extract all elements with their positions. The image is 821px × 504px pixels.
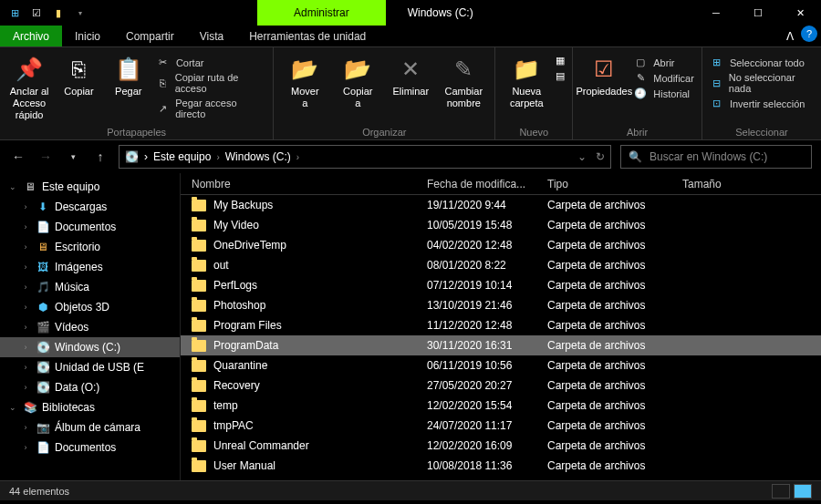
- properties-button[interactable]: ☑Propiedades: [580, 51, 628, 98]
- chevron-icon[interactable]: ›: [20, 303, 31, 312]
- col-size[interactable]: Tamaño: [682, 178, 821, 190]
- copy-button[interactable]: ⎘Copiar: [57, 51, 100, 98]
- chevron-icon[interactable]: ⌄: [7, 403, 18, 412]
- paste-shortcut-button[interactable]: ↗Pegar acceso directo: [156, 98, 265, 119]
- tree-icon: ⬢: [35, 301, 51, 314]
- table-row[interactable]: Unreal Commander12/02/2020 16:09Carpeta …: [181, 436, 821, 456]
- chevron-icon[interactable]: ›: [20, 222, 31, 231]
- invert-selection-button[interactable]: ⊡Invertir selección: [710, 98, 814, 109]
- table-row[interactable]: Recovery27/05/2020 20:27Carpeta de archi…: [181, 375, 821, 396]
- rename-button[interactable]: ✎Cambiar nombre: [440, 51, 487, 109]
- newitem-icon[interactable]: ▦: [556, 55, 565, 67]
- sidebar-item[interactable]: ›💽Data (O:): [0, 377, 180, 397]
- help-icon[interactable]: ?: [801, 26, 817, 42]
- chevron-icon[interactable]: ›: [20, 262, 31, 272]
- chevron-icon[interactable]: ⌄: [7, 182, 18, 191]
- sidebar-item[interactable]: ›🎵Música: [0, 277, 180, 297]
- close-button[interactable]: ✕: [779, 0, 821, 26]
- qat-dropdown-icon[interactable]: ▾: [73, 5, 88, 20]
- chevron-icon[interactable]: ›: [20, 202, 31, 211]
- chevron-icon[interactable]: ›: [20, 363, 31, 372]
- sidebar-item-label: Este equipo: [42, 180, 99, 193]
- chevron-icon[interactable]: ›: [20, 343, 31, 352]
- sidebar-item[interactable]: ›🎬Vídeos: [0, 317, 180, 337]
- folder-icon: [192, 400, 206, 412]
- table-row[interactable]: ProgramData30/11/2020 16:31Carpeta de ar…: [181, 335, 821, 355]
- navigation-pane[interactable]: ⌄🖥Este equipo›⬇Descargas›📄Documentos›🖥Es…: [0, 173, 181, 480]
- table-row[interactable]: Quarantine06/11/2019 10:56Carpeta de arc…: [181, 355, 821, 375]
- table-row[interactable]: Program Files11/12/2020 12:48Carpeta de …: [181, 315, 821, 335]
- sidebar-item[interactable]: ›💽Windows (C:): [0, 337, 180, 357]
- table-row[interactable]: My Video10/05/2019 15:48Carpeta de archi…: [181, 215, 821, 235]
- sidebar-item[interactable]: ›🖥Escritorio: [0, 237, 180, 257]
- pin-button[interactable]: 📌Anclar al Acceso rápido: [7, 51, 51, 122]
- new-folder-button[interactable]: 📁Nueva carpeta: [503, 51, 550, 109]
- easyaccess-icon[interactable]: ▤: [556, 70, 565, 82]
- forward-button[interactable]: →: [36, 149, 55, 164]
- tab-vista[interactable]: Vista: [187, 26, 236, 46]
- view-thumbs-icon[interactable]: [794, 484, 812, 499]
- sidebar-item[interactable]: ›📄Documentos: [0, 217, 180, 237]
- sidebar-item[interactable]: ›🖼Imágenes: [0, 257, 180, 277]
- copy-path-button[interactable]: ⎘Copiar ruta de acceso: [156, 72, 265, 94]
- view-details-icon[interactable]: [772, 484, 790, 499]
- chevron-icon[interactable]: ›: [20, 423, 31, 432]
- sidebar-item[interactable]: ›📄Documentos: [0, 437, 180, 458]
- sidebar-item[interactable]: ›⬢Objetos 3D: [0, 297, 180, 317]
- chevron-right-icon[interactable]: ›: [144, 150, 148, 163]
- select-none-button[interactable]: ⊟No seleccionar nada: [710, 72, 814, 94]
- chevron-icon[interactable]: ›: [20, 383, 31, 392]
- table-row[interactable]: temp12/02/2020 15:54Carpeta de archivos: [181, 396, 821, 416]
- cut-button[interactable]: ✂Cortar: [156, 57, 265, 68]
- table-row[interactable]: User Manual10/08/2018 11:36Carpeta de ar…: [181, 456, 821, 476]
- qat-folder-icon[interactable]: ▮: [51, 5, 66, 20]
- select-all-button[interactable]: ⊞Seleccionar todo: [710, 57, 814, 68]
- table-row[interactable]: out08/01/2020 8:22Carpeta de archivos: [181, 255, 821, 275]
- sidebar-item[interactable]: ⌄📚Bibliotecas: [0, 397, 180, 417]
- sidebar-item[interactable]: ›📷Álbum de cámara: [0, 417, 180, 437]
- col-type[interactable]: Tipo: [547, 178, 682, 190]
- app-icon[interactable]: ⊞: [7, 5, 22, 20]
- chevron-icon[interactable]: ›: [20, 323, 31, 332]
- copy-to-button[interactable]: 📂Copiar a: [334, 51, 381, 109]
- crumb-windows-c[interactable]: Windows (C:)›: [225, 150, 299, 163]
- chevron-icon[interactable]: ›: [20, 242, 31, 252]
- address-bar[interactable]: 💽 › Este equipo› Windows (C:)› ⌄ ↻: [119, 145, 611, 169]
- recent-dropdown[interactable]: ▾: [64, 152, 82, 161]
- manage-tab[interactable]: Administrar: [257, 0, 386, 26]
- file-date: 12/02/2020 15:54: [427, 399, 547, 412]
- tab-archivo[interactable]: Archivo: [0, 26, 62, 46]
- table-row[interactable]: OneDriveTemp04/02/2020 12:48Carpeta de a…: [181, 235, 821, 255]
- chevron-icon[interactable]: ›: [20, 443, 31, 452]
- table-row[interactable]: Photoshop13/10/2019 21:46Carpeta de arch…: [181, 295, 821, 315]
- qat-props-icon[interactable]: ☑: [29, 5, 44, 20]
- maximize-button[interactable]: ☐: [737, 0, 779, 26]
- delete-button[interactable]: ✕Eliminar: [387, 51, 434, 98]
- table-row[interactable]: My Backups19/11/2020 9:44Carpeta de arch…: [181, 195, 821, 215]
- back-button[interactable]: ←: [9, 149, 27, 164]
- up-button[interactable]: ↑: [91, 149, 109, 164]
- col-name[interactable]: Nombre: [181, 178, 427, 190]
- table-row[interactable]: tmpPAC24/07/2020 11:17Carpeta de archivo…: [181, 416, 821, 436]
- open-button[interactable]: ▢Abrir: [633, 57, 694, 68]
- history-button[interactable]: 🕘Historial: [633, 87, 694, 99]
- sidebar-item[interactable]: ⌄🖥Este equipo: [0, 177, 180, 197]
- addr-dropdown-icon[interactable]: ⌄: [577, 150, 587, 163]
- tab-compartir[interactable]: Compartir: [113, 26, 187, 46]
- tab-herramientas[interactable]: Herramientas de unidad: [236, 26, 379, 46]
- tab-inicio[interactable]: Inicio: [62, 26, 113, 46]
- chevron-icon[interactable]: ›: [20, 283, 31, 292]
- move-to-button[interactable]: 📂Mover a: [281, 51, 328, 109]
- table-row[interactable]: PerfLogs07/12/2019 10:14Carpeta de archi…: [181, 275, 821, 295]
- minimize-button[interactable]: ─: [695, 0, 737, 26]
- edit-button[interactable]: ✎Modificar: [633, 72, 694, 84]
- refresh-icon[interactable]: ↻: [596, 150, 605, 163]
- collapse-ribbon-icon[interactable]: ᐱ: [779, 26, 801, 46]
- crumb-este-equipo[interactable]: Este equipo›: [153, 150, 220, 163]
- sidebar-item[interactable]: ›⬇Descargas: [0, 197, 180, 217]
- col-date[interactable]: Fecha de modifica...: [427, 178, 547, 190]
- paste-button[interactable]: 📋Pegar: [107, 51, 151, 98]
- file-type: Carpeta de archivos: [547, 199, 682, 211]
- search-input[interactable]: 🔍 Buscar en Windows (C:): [620, 145, 812, 169]
- sidebar-item[interactable]: ›💽Unidad de USB (E: [0, 357, 180, 377]
